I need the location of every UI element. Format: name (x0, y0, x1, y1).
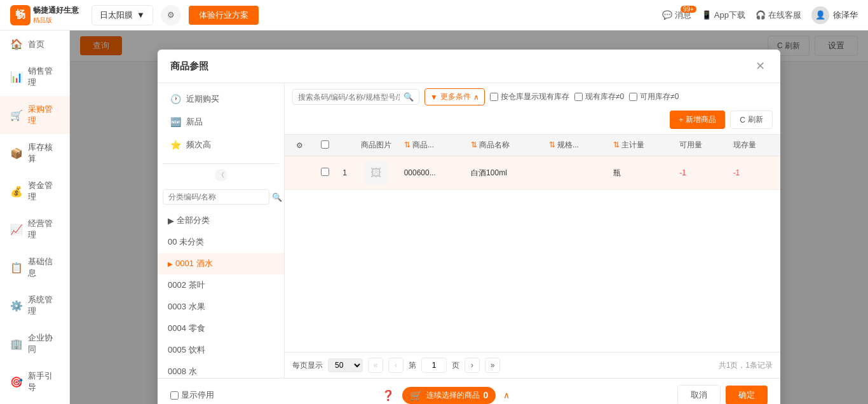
tab-frequent[interactable]: ⭐ 频次高 (163, 134, 279, 156)
cancel-button[interactable]: 取消 (677, 385, 721, 404)
sidebar-item-purchase[interactable]: 🛒 采购管理 (0, 96, 69, 134)
table-refresh-button[interactable]: C 刷新 (730, 111, 773, 129)
footer-left: 显示停用 (170, 389, 214, 401)
product-thumbnail: 🖼 (365, 161, 388, 184)
sidebar-item-finance[interactable]: 💰 资金管理 (0, 172, 69, 210)
first-page-button[interactable]: « (368, 358, 383, 373)
divider (163, 163, 279, 164)
th-available: 可用量 (673, 135, 726, 156)
headset-icon: 🎧 (756, 10, 766, 20)
category-search-input[interactable] (163, 189, 269, 205)
td-spec (543, 156, 607, 190)
sort-icon4: ⇅ (613, 140, 620, 149)
show-disabled-checkbox[interactable]: 显示停用 (170, 389, 214, 401)
td-checkbox[interactable] (315, 156, 336, 190)
sidebar-item-basic[interactable]: 📋 基础信息 (0, 248, 69, 286)
modal-close-button[interactable]: ✕ (752, 58, 768, 74)
rp-toolbar: 🔍 ▼ 更多条件 ∧ 按仓库显示现有库存 (285, 83, 780, 135)
category-expand-icon: ▶ (168, 216, 174, 226)
page-label-page: 页 (452, 360, 459, 371)
home-icon: 🏠 (10, 38, 23, 50)
sidebar-item-inventory[interactable]: 📦 库存核算 (0, 134, 69, 172)
app-download-item[interactable]: 📱 App下载 (702, 10, 745, 21)
sidebar-item-operation[interactable]: 📈 经营管理 (0, 210, 69, 248)
left-panel-tabs: 🕐 近期购买 🆕 新品 ⭐ 频次高 (158, 83, 284, 161)
td-available: -1 (673, 156, 726, 190)
operation-icon: 📈 (10, 224, 23, 236)
sort-icon2: ⇅ (471, 140, 477, 149)
category-item-all[interactable]: ▶ 全部分类 (158, 210, 284, 231)
sidebar-item-apps[interactable]: 📱 应用中心 (0, 401, 69, 404)
main-layout: 🏠 首页 📊 销售管理 🛒 采购管理 📦 库存核算 💰 资金管理 📈 经营管理 … (0, 30, 868, 404)
sort-icon: ⇅ (404, 140, 410, 149)
sidebar-item-sales[interactable]: 📊 销售管理 (0, 58, 69, 96)
page-text: 第 (409, 360, 416, 371)
sidebar-item-home[interactable]: 🏠 首页 (0, 30, 69, 58)
top-nav: 畅 畅捷通好生意 精品版 日太阳膜 ▼ ⚙ 体验行业方案 💬 消息 99+ 📱 … (0, 0, 868, 30)
category-item-0001[interactable]: ▶ 0001 酒水 (158, 253, 284, 274)
topnav-right: 💬 消息 99+ 📱 App下载 🎧 在线客服 👤 徐泽华 (662, 6, 858, 24)
notification-item[interactable]: 💬 消息 99+ (662, 10, 691, 21)
cart-area[interactable]: 🛒 连续选择的商品 0 (402, 387, 496, 404)
page-number-input[interactable] (421, 358, 447, 373)
tab-new[interactable]: 🆕 新品 (163, 111, 279, 133)
sidebar-item-enterprise[interactable]: 🏢 企业协同 (0, 325, 69, 363)
modal-footer: 显示停用 ❓ 🛒 连续选择的商品 0 ∧ 取消 确定 (158, 378, 780, 404)
product-search-box: 🔍 (292, 89, 419, 105)
collapse-left-button[interactable]: 《 (215, 169, 227, 182)
modal-body: 🕐 近期购买 🆕 新品 ⭐ 频次高 (158, 83, 780, 378)
category-item-0005[interactable]: 0005 饮料 (158, 339, 284, 361)
category-search-icon[interactable]: 🔍 (272, 192, 282, 202)
sidebar-item-system[interactable]: ⚙️ 系统管理 (0, 286, 69, 325)
enterprise-icon: 🏢 (10, 338, 23, 350)
checkbox-available-stock[interactable]: 现有库存≠0 (574, 91, 624, 102)
user-info[interactable]: 👤 徐泽华 (811, 6, 858, 24)
store-dropdown[interactable]: 日太阳膜 ▼ (92, 5, 153, 25)
inventory-icon: 📦 (10, 147, 23, 159)
last-page-button[interactable]: » (485, 358, 500, 373)
settings-icon[interactable]: ⚙ (161, 5, 181, 25)
help-icon[interactable]: ❓ (382, 389, 395, 401)
search-icon[interactable]: 🔍 (403, 92, 414, 102)
filter-button[interactable]: ▼ 更多条件 ∧ (424, 88, 485, 105)
next-page-button[interactable]: › (465, 358, 480, 373)
chevron-up-icon: ∧ (473, 93, 479, 102)
page-size-select[interactable]: 20 50 100 (328, 358, 363, 372)
th-checkbox[interactable] (315, 135, 336, 156)
category-item-0002[interactable]: 0002 茶叶 (158, 274, 284, 296)
pagination: 每页显示 20 50 100 « ‹ 第 页 › (285, 352, 780, 378)
th-spec[interactable]: ⇅ 规格... (543, 135, 607, 156)
checkbox-usable-stock[interactable]: 可用库存≠0 (629, 91, 679, 102)
basic-icon: 📋 (10, 262, 23, 274)
right-panel: 🔍 ▼ 更多条件 ∧ 按仓库显示现有库存 (285, 83, 780, 378)
checkbox-warehouse[interactable]: 按仓库显示现有库存 (490, 91, 569, 102)
sidebar-item-guide[interactable]: 🎯 新手引导 (0, 363, 69, 401)
product-search-input[interactable] (298, 93, 400, 102)
finance-icon: 💰 (10, 185, 23, 198)
th-unit[interactable]: ⇅ 主计量 (607, 135, 673, 156)
th-name[interactable]: ⇅ 商品名称 (465, 135, 542, 156)
collapse-footer-button[interactable]: ∧ (503, 390, 510, 400)
tab-recent[interactable]: 🕐 近期购买 (163, 88, 279, 110)
guide-icon: 🎯 (10, 376, 23, 388)
table-row[interactable]: 1 🖼 000600... 白酒100ml (285, 156, 780, 190)
trial-button[interactable]: 体验行业方案 (189, 6, 259, 25)
category-item-0004[interactable]: 0004 零食 (158, 318, 284, 339)
category-item-0008[interactable]: 0008 水 (158, 361, 284, 378)
th-gear[interactable]: ⚙ (285, 135, 315, 156)
prev-page-button[interactable]: ‹ (388, 358, 403, 373)
add-product-button[interactable]: + 新增商品 (670, 111, 725, 129)
modal-header: 商品参照 ✕ (158, 50, 780, 83)
topnav-center: 日太阳膜 ▼ ⚙ 体验行业方案 (92, 5, 662, 25)
online-service-item[interactable]: 🎧 在线客服 (756, 10, 801, 21)
th-code[interactable]: ⇅ 商品... (398, 135, 465, 156)
th-num (336, 135, 355, 156)
category-item-0003[interactable]: 0003 水果 (158, 296, 284, 318)
confirm-button[interactable]: 确定 (726, 386, 768, 404)
td-stock: -1 (727, 156, 780, 190)
td-num: 1 (336, 156, 355, 190)
total-info: 共1页，1条记录 (719, 360, 773, 371)
category-list: ▶ 全部分类 00 未分类 ▶ 0001 酒水 0002 茶 (158, 210, 284, 378)
logo-text: 畅捷通好生意 精品版 (33, 5, 79, 25)
category-item-00[interactable]: 00 未分类 (158, 231, 284, 253)
